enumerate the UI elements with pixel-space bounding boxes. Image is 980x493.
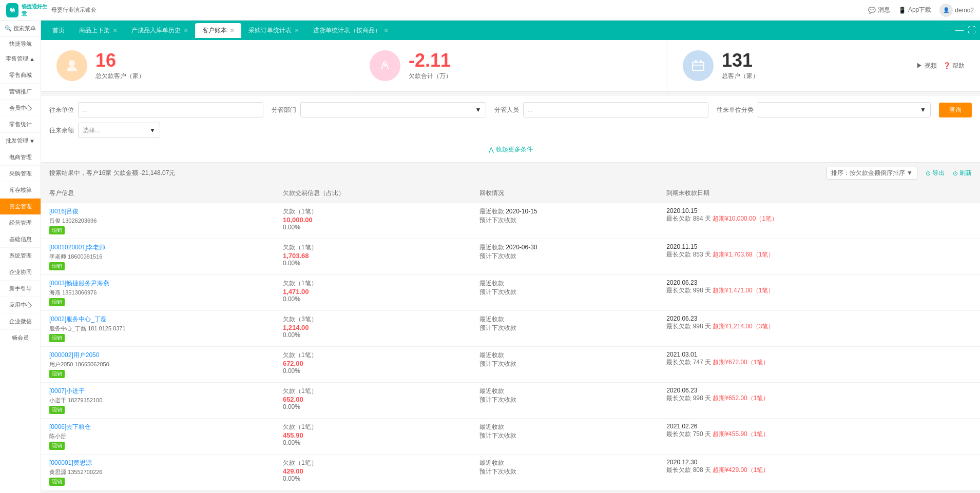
overdue-amount-text[interactable]: 超期¥672.00（1笔）	[713, 359, 769, 366]
customer-name[interactable]: [0001020001]李老师	[49, 244, 105, 251]
sidebar-item-operations[interactable]: 经营管理	[0, 215, 41, 231]
unit-class-select[interactable]: ▼	[758, 102, 931, 117]
debt-amount[interactable]: 652.00	[283, 396, 463, 403]
tab-customer-close[interactable]: ✕	[230, 28, 234, 33]
sidebar-item-wholesale-mgmt[interactable]: 批发管理 ▼	[0, 133, 41, 149]
refresh-button[interactable]: ⊙ 刷新	[953, 169, 972, 178]
customer-tag: 现销	[49, 370, 65, 378]
sidebar-item-new-guide[interactable]: 新手引导	[0, 281, 41, 297]
dept-label: 分管部门	[272, 106, 296, 114]
sidebar-item-purchase-mgmt[interactable]: 采购管理	[0, 166, 41, 182]
sidebar-item-retail-mall[interactable]: 零售商城	[0, 67, 41, 84]
sidebar-item-retail-stats[interactable]: 零售统计	[0, 116, 41, 133]
customer-name[interactable]: [0002]服务中心_丁磊	[49, 315, 107, 323]
sidebar-item-corp-wechat[interactable]: 企业微信	[0, 313, 41, 330]
sidebar-item-finance[interactable]: 资金管理	[0, 199, 41, 215]
sidebar-item-marketing[interactable]: 营销推广	[0, 84, 41, 100]
sidebar-item-system[interactable]: 系统管理	[0, 248, 41, 264]
debt-amount[interactable]: 455.90	[283, 431, 463, 439]
results-bar: 搜索结果中，客户16家 欠款金额 -21,148.07元 排序：按欠款金额倒序排…	[41, 163, 980, 184]
customer-tag: 现销	[49, 226, 65, 234]
next-collect-label: 预计下次收款	[479, 431, 650, 440]
filter-unit-class: 往来单位分类 ▼	[717, 102, 931, 117]
minimize-btn[interactable]: —	[955, 26, 964, 35]
overdue-amount-text[interactable]: 超期¥455.90（1笔）	[713, 430, 769, 438]
sidebar-item-app-center[interactable]: 应用中心	[0, 297, 41, 313]
collection-cell: 最近收款 预计下次收款	[471, 311, 659, 347]
due-date: 2020.06.23	[666, 387, 972, 394]
person-input[interactable]: ...	[523, 102, 708, 117]
debt-amount[interactable]: 429.00	[283, 467, 463, 475]
debt-ratio: 0.00%	[283, 403, 463, 410]
help-btn[interactable]: ❓ 帮助	[943, 62, 965, 70]
sort-select[interactable]: 排序：按欠款金额倒序排序 ▼	[827, 167, 917, 180]
sidebar-item-corp-collab[interactable]: 企业协同	[0, 264, 41, 281]
sidebar-item-retail-mgmt[interactable]: 零售管理 ▲	[0, 51, 41, 67]
sidebar-item-basic-info[interactable]: 基础信息	[0, 231, 41, 248]
total-customers-info: 131 总客户（家）	[722, 51, 759, 81]
app-download-btn[interactable]: 📱 App下载	[898, 6, 931, 14]
tab-customer-account[interactable]: 客户账本 ✕	[195, 23, 241, 38]
sidebar-item-inventory[interactable]: 库存核算	[0, 182, 41, 199]
customer-name[interactable]: [0006]去下粮仓	[49, 423, 91, 430]
overdue-amount-text[interactable]: 超期¥1,703.68（1笔）	[713, 251, 774, 258]
debt-amount[interactable]: 1,703.68	[283, 252, 463, 260]
overdue-amount-text[interactable]: 超期¥1,471.00（1笔）	[713, 287, 774, 294]
debt-amount[interactable]: 672.00	[283, 360, 463, 367]
filter-balance: 往来余额 选择... ▼	[49, 123, 972, 138]
person-label: 分管人员	[494, 106, 519, 114]
balance-label: 往来余额	[49, 126, 74, 135]
sidebar-item-members[interactable]: 会员中心	[0, 100, 41, 116]
customer-name[interactable]: [0007]小迸干	[49, 387, 85, 395]
tab-production-close[interactable]: ✕	[184, 28, 188, 33]
quick-nav-btn[interactable]: 快捷导航	[0, 37, 41, 51]
tab-purchase-stats-close[interactable]: ✕	[384, 28, 388, 33]
tab-products[interactable]: 商品上下架 ✕	[72, 23, 124, 38]
debt-amount[interactable]: 1,471.00	[283, 288, 463, 295]
overdue-amount-text[interactable]: 超期¥1,214.00（3笔）	[713, 323, 774, 330]
due-date: 2020.06.23	[666, 315, 972, 322]
overdue-days: 最长欠款 998 天	[666, 323, 713, 330]
search-menu-btn[interactable]: 🔍 搜索菜单	[0, 21, 41, 37]
overdue-days: 最长欠款 884 天	[666, 215, 713, 222]
tab-production[interactable]: 产成品入库单历史 ✕	[124, 23, 195, 38]
user-menu[interactable]: 👤 demo2	[939, 4, 974, 17]
maximize-btn[interactable]: ⛶	[968, 26, 976, 35]
customer-name[interactable]: [000002]用户2050	[49, 351, 99, 359]
last-collect-label: 最近收款	[479, 279, 650, 288]
tab-purchase-stats[interactable]: 进货单统计表（按商品） ✕	[306, 23, 395, 38]
svg-rect-2	[693, 62, 704, 70]
customer-name[interactable]: [0016]吕俊	[49, 208, 79, 215]
search-button[interactable]: 查询	[939, 103, 972, 117]
table-row: [0016]吕俊 吕俊 13026203696 现销 欠款（1笔） 10,000…	[41, 203, 980, 239]
overdue-amount-text[interactable]: 超期¥652.00（1笔）	[713, 395, 769, 402]
collapse-button[interactable]: ⋀ 收起更多条件	[489, 145, 533, 154]
customer-name[interactable]: [000001]黄思源	[49, 459, 92, 466]
tab-purchase-close[interactable]: ✕	[295, 28, 299, 33]
message-btn[interactable]: 💬 消息	[868, 6, 890, 14]
sidebar-item-ecommerce[interactable]: 电商管理	[0, 149, 41, 166]
balance-select[interactable]: 选择... ▼	[78, 123, 160, 138]
debt-label: 欠款（1笔）	[283, 207, 463, 216]
overdue-amount-text[interactable]: 超期¥10,000.00（1笔）	[713, 215, 778, 222]
video-btn[interactable]: ▶ 视频	[916, 62, 936, 70]
tab-products-close[interactable]: ✕	[113, 28, 117, 33]
debt-info-cell: 欠款（1笔） 455.90 0.00%	[275, 419, 471, 455]
overdue-amount-text[interactable]: 超期¥429.00（1笔）	[713, 466, 769, 474]
debt-amount[interactable]: 10,000.00	[283, 216, 463, 224]
col-collection: 回收情况	[471, 184, 659, 203]
export-button[interactable]: ⊙ 导出	[926, 169, 945, 178]
last-collect-label: 最近收款	[479, 387, 650, 396]
debt-amount[interactable]: 1,214.00	[283, 324, 463, 331]
tab-purchase-order[interactable]: 采购订单统计表 ✕	[241, 23, 306, 38]
customer-name[interactable]: [0003]畅捷服务尹海燕	[49, 280, 109, 287]
from-unit-input[interactable]: ...	[78, 102, 263, 117]
svg-point-1	[383, 61, 387, 64]
stats-actions: ▶ 视频 ❓ 帮助	[916, 62, 965, 70]
stat-overdue-amount: -2.11 欠款合计（万）	[354, 40, 667, 91]
dept-select[interactable]: ▼	[300, 102, 486, 117]
sidebar-item-member-vip[interactable]: 畅会员	[0, 330, 41, 346]
tab-home[interactable]: 首页	[45, 23, 72, 38]
customer-tag: 现销	[49, 442, 65, 450]
download-label: App下载	[908, 6, 931, 14]
